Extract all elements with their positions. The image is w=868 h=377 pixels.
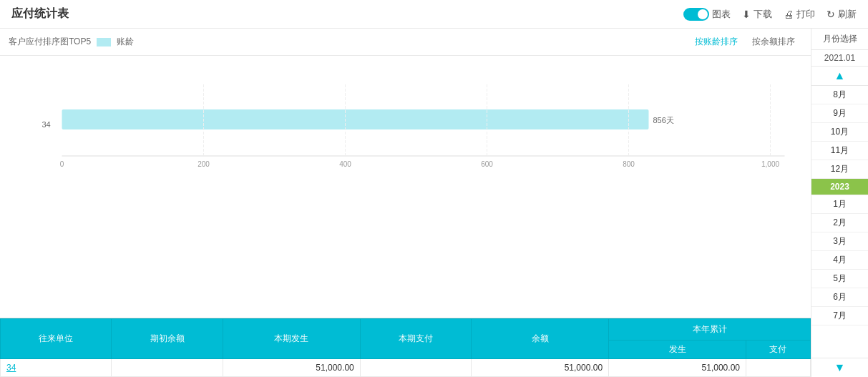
sidebar-scroll-down[interactable]: ▼ [811, 358, 868, 377]
data-table: 往来单位 期初余额 本期发生 本期支付 余额 本年累计 发生 支付 [0, 318, 811, 377]
col-year-group-header: 本年累计 [609, 319, 811, 341]
svg-text:34: 34 [42, 120, 50, 129]
header-actions: 图表 ⬇ 下载 🖨 打印 ↻ 刷新 [683, 8, 857, 21]
print-icon: 🖨 [784, 9, 794, 20]
sidebar-month-item[interactable]: 4月 [811, 251, 868, 270]
table-row: 34 51,000.00 51,000.00 51,000.00 [1, 359, 811, 377]
sidebar-month-item[interactable]: 8月 [811, 86, 868, 104]
svg-text:800: 800 [623, 160, 635, 168]
sidebar-month-item[interactable]: 7月 [811, 307, 868, 325]
chart-toggle[interactable]: 图表 [683, 8, 731, 21]
cell-year-occur: 51,000.00 [609, 359, 746, 377]
col-opening-header: 期初余额 [112, 319, 223, 359]
sidebar-date: 2021.01 [811, 50, 868, 67]
app-container: 应付统计表 图表 ⬇ 下载 🖨 打印 ↻ 刷新 [0, 0, 868, 377]
sidebar-scroll-up[interactable]: ▲ [811, 67, 868, 86]
table-section: 往来单位 期初余额 本期发生 本期支付 余额 本年累计 发生 支付 [0, 318, 811, 377]
svg-text:200: 200 [198, 160, 210, 168]
sidebar-month-item[interactable]: 9月 [811, 104, 868, 123]
sidebar-month-item[interactable]: 2月 [811, 214, 868, 232]
refresh-label: 刷新 [838, 8, 857, 21]
col-year-occur-header: 发生 [609, 341, 746, 359]
print-button[interactable]: 🖨 打印 [784, 8, 815, 21]
cell-year-pay [746, 359, 810, 377]
chart-wrapper: 34 856天 0 200 400 600 800 1,000 [0, 56, 811, 318]
page-title: 应付统计表 [11, 6, 69, 21]
table-body: 34 51,000.00 51,000.00 51,000.00 [1, 359, 811, 377]
cell-opening [112, 359, 223, 377]
sidebar-month-item[interactable]: 10月 [811, 123, 868, 142]
chart-sort-buttons: 按账龄排序 按余额排序 [688, 34, 802, 49]
chart-area: 客户应付排序图TOP5 账龄 按账龄排序 按余额排序 34 856天 [0, 29, 811, 377]
sidebar-year-marker[interactable]: 2023 [811, 179, 868, 195]
sidebar-month-item[interactable]: 6月 [811, 288, 868, 307]
table-header-row: 往来单位 期初余额 本期发生 本期支付 余额 本年累计 [1, 319, 811, 341]
chart-legend: 客户应付排序图TOP5 账龄 [9, 36, 134, 48]
print-label: 打印 [796, 8, 815, 21]
download-button[interactable]: ⬇ 下载 [742, 8, 772, 21]
sidebar-month-item[interactable]: 12月 [811, 160, 868, 179]
svg-text:0: 0 [60, 160, 64, 168]
cell-balance: 51,000.00 [472, 359, 609, 377]
svg-text:400: 400 [339, 160, 351, 168]
col-balance-header: 余额 [472, 319, 609, 359]
cell-unit[interactable]: 34 [1, 359, 112, 377]
sidebar: 月份选择 2021.01 ▲ 8月9月10月11月12月20231月2月3月4月… [811, 29, 868, 377]
sidebar-month-item[interactable]: 3月 [811, 232, 868, 251]
sidebar-title: 月份选择 [811, 29, 868, 50]
refresh-icon: ↻ [826, 9, 835, 20]
legend-box-label: 账龄 [117, 36, 134, 48]
header: 应付统计表 图表 ⬇ 下载 🖨 打印 ↻ 刷新 [0, 0, 868, 29]
cell-occur: 51,000.00 [223, 359, 360, 377]
chart-toggle-switch[interactable] [683, 8, 709, 21]
bar-chart: 34 856天 0 200 400 600 800 1,000 [29, 63, 804, 192]
sidebar-month-item[interactable]: 11月 [811, 142, 868, 160]
chart-label: 图表 [712, 8, 731, 21]
cell-pay [360, 359, 471, 377]
svg-text:856天: 856天 [653, 116, 674, 124]
col-year-pay-header: 支付 [746, 341, 810, 359]
main-content: 客户应付排序图TOP5 账龄 按账龄排序 按余额排序 34 856天 [0, 29, 868, 377]
sidebar-month-item[interactable]: 1月 [811, 195, 868, 214]
refresh-button[interactable]: ↻ 刷新 [826, 8, 857, 21]
chart-header: 客户应付排序图TOP5 账龄 按账龄排序 按余额排序 [0, 29, 811, 56]
download-label: 下载 [754, 8, 772, 21]
sort-by-balance-button[interactable]: 按余额排序 [745, 34, 802, 49]
legend-box [97, 38, 111, 46]
svg-text:1,000: 1,000 [761, 160, 779, 168]
sidebar-months: 8月9月10月11月12月20231月2月3月4月5月6月7月 [811, 86, 868, 358]
col-unit-header: 往来单位 [1, 319, 112, 359]
sidebar-month-item[interactable]: 5月 [811, 270, 868, 288]
col-occur-header: 本期发生 [223, 319, 360, 359]
sort-by-age-button[interactable]: 按账龄排序 [688, 34, 745, 49]
svg-text:600: 600 [481, 160, 493, 168]
col-pay-header: 本期支付 [360, 319, 471, 359]
download-icon: ⬇ [742, 9, 751, 20]
legend-label: 客户应付排序图TOP5 [9, 36, 91, 48]
svg-rect-1 [62, 109, 649, 129]
